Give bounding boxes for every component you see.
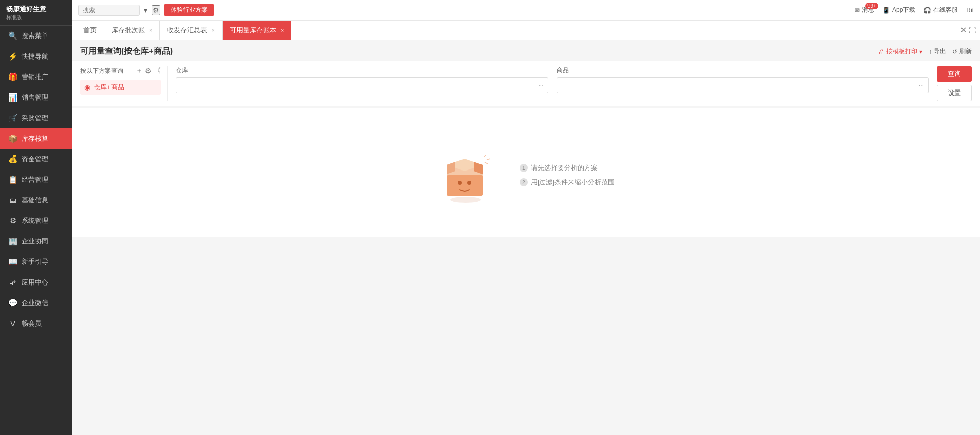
warehouse-more-icon[interactable]: ··· (538, 82, 543, 89)
scheme-item-warehouse-goods[interactable]: ◉ 仓库+商品 (80, 80, 161, 95)
purchase-icon: 🛒 (8, 114, 17, 123)
tab-close-batch-ledger[interactable]: × (149, 27, 152, 33)
sidebar-label-system: 系统管理 (22, 216, 48, 225)
svg-line-9 (487, 159, 490, 160)
dropdown-btn[interactable]: ▾ (144, 6, 147, 14)
query-scheme: 按以下方案查询 ＋ ⚙ 《 ◉ 仓库+商品 (80, 66, 168, 101)
message-icon: ✉ (855, 7, 860, 14)
marketing-icon: 🎁 (8, 72, 17, 82)
tab-receive-summary[interactable]: 收发存汇总表× (160, 21, 222, 40)
refresh-icon: ↺ (952, 48, 957, 55)
sidebar-label-member: 畅会员 (22, 319, 42, 328)
sidebar-item-sales[interactable]: 📊 销售管理 (0, 87, 72, 108)
svg-rect-2 (447, 175, 483, 196)
refresh-btn[interactable]: ↺ 刷新 (952, 47, 972, 56)
sidebar-label-operations: 经营管理 (22, 175, 48, 184)
app-name: 畅康通好生意 (6, 5, 66, 14)
wechat-icon: 💬 (8, 298, 17, 308)
collapse-scheme-btn[interactable]: 《 (154, 66, 161, 75)
sidebar-label-finance: 资金管理 (22, 155, 48, 164)
sidebar-label-purchase: 采购管理 (22, 114, 48, 123)
sidebar-item-marketing[interactable]: 🎁 营销推广 (0, 67, 72, 87)
tabs-bar: 首页库存批次账×收发存汇总表×可用量库存账本× ✕ ⛶ (72, 21, 980, 40)
sidebar-logo: 畅康通好生意 标准版 (0, 0, 72, 26)
tab-home[interactable]: 首页 (76, 21, 104, 40)
phone-icon: 📱 (882, 7, 890, 14)
svg-point-7 (467, 181, 471, 185)
tip-2: 2 用[过滤]条件来缩小分析范围 (520, 178, 615, 187)
close-tab-btn[interactable]: ✕ (960, 25, 967, 35)
goods-more-icon[interactable]: ··· (919, 82, 924, 89)
page-header: 可用量查询(按仓库+商品) 🖨 按模板打印 ▾ ↑ 导出 ↺ 刷新 (72, 40, 980, 61)
sidebar-label-inventory: 库存核算 (22, 134, 48, 143)
fullscreen-btn[interactable]: ⛶ (969, 26, 976, 34)
message-link[interactable]: ✉ 消息 99+ (855, 6, 874, 14)
warehouse-field: 仓库 ··· (176, 66, 548, 93)
tab-available-ledger[interactable]: 可用量库存账本× (223, 21, 291, 40)
sidebar-scroll: 🔍 搜索菜单 ⚡ 快捷导航 🎁 营销推广 📊 销售管理 🛒 采购管理 📦 库存核… (0, 26, 72, 435)
edit-scheme-btn[interactable]: ⚙ (145, 67, 152, 75)
warehouse-label: 仓库 (176, 66, 548, 75)
add-scheme-btn[interactable]: ＋ (136, 66, 143, 75)
sidebar-item-member[interactable]: V 畅会员 (0, 313, 72, 334)
tab-label-home: 首页 (83, 26, 97, 35)
topbar: ▾ ⚙ 体验行业方案 ✉ 消息 99+ 📱 App下载 🎧 在线客服 Rit (72, 0, 980, 21)
sidebar-item-enterprise[interactable]: 🏢 企业协同 (0, 231, 72, 252)
print-dropdown-icon[interactable]: ▾ (919, 48, 922, 55)
tip-text-1: 请先选择要分析的方案 (531, 163, 598, 173)
message-badge: 99+ (865, 3, 878, 9)
svg-point-0 (450, 197, 481, 203)
sidebar-item-basic[interactable]: 🗂 基础信息 (0, 190, 72, 211)
svg-point-6 (458, 181, 462, 185)
sidebar-item-operations[interactable]: 📋 经营管理 (0, 169, 72, 190)
sidebar-item-system[interactable]: ⚙ 系统管理 (0, 211, 72, 231)
sidebar-label-sales: 销售管理 (22, 93, 48, 102)
sidebar-item-inventory[interactable]: 📦 库存核算 (0, 128, 72, 149)
print-label: 按模板打印 (886, 47, 917, 56)
export-icon: ↑ (929, 48, 932, 55)
sidebar-item-finance[interactable]: 💰 资金管理 (0, 149, 72, 169)
search-input[interactable] (78, 5, 140, 16)
sidebar-label-basic: 基础信息 (22, 196, 48, 205)
print-btn[interactable]: 🖨 按模板打印 ▾ (878, 47, 922, 56)
tab-batch-ledger[interactable]: 库存批次账× (104, 21, 160, 40)
sidebar-item-search[interactable]: 🔍 搜索菜单 (0, 26, 72, 46)
svg-line-10 (485, 162, 488, 164)
online-service-link[interactable]: 🎧 在线客服 (923, 6, 958, 14)
settings-btn[interactable]: 设置 (937, 85, 972, 101)
empty-content: 1 请先选择要分析的方案 2 用[过滤]条件来缩小分析范围 (437, 149, 615, 206)
headset-icon: 🎧 (923, 7, 931, 14)
sales-icon: 📊 (8, 93, 17, 102)
sidebar-item-purchase[interactable]: 🛒 采购管理 (0, 108, 72, 128)
appstore-icon: 🛍 (8, 278, 17, 287)
print-icon: 🖨 (878, 48, 884, 55)
sidebar-label-marketing: 营销推广 (22, 72, 48, 82)
sidebar-item-wechat[interactable]: 💬 企业微信 (0, 293, 72, 313)
tab-close-receive-summary[interactable]: × (211, 27, 214, 33)
sidebar: 畅康通好生意 标准版 🔍 搜索菜单 ⚡ 快捷导航 🎁 营销推广 📊 销售管理 🛒… (0, 0, 72, 435)
sidebar-label-appstore: 应用中心 (22, 278, 48, 287)
app-download-link[interactable]: 📱 App下载 (882, 6, 915, 14)
username-display[interactable]: Rit (966, 7, 974, 14)
goods-label: 商品 (557, 66, 929, 75)
goods-field: 商品 ··· (557, 66, 929, 93)
scheme-icon-warehouse-goods: ◉ (84, 83, 90, 91)
settings-icon[interactable]: ⚙ (152, 5, 160, 15)
tab-label-batch-ledger: 库存批次账 (112, 26, 145, 35)
query-btn[interactable]: 查询 (937, 66, 972, 82)
trial-btn[interactable]: 体验行业方案 (164, 4, 214, 16)
sidebar-item-newbie[interactable]: 📖 新手引导 (0, 252, 72, 272)
tab-close-available-ledger[interactable]: × (281, 27, 284, 33)
sidebar-item-shortcut[interactable]: ⚡ 快捷导航 (0, 46, 72, 67)
export-btn[interactable]: ↑ 导出 (929, 47, 946, 56)
shortcut-icon: ⚡ (8, 52, 17, 61)
query-actions: 查询 设置 (937, 66, 972, 101)
tip-num-2: 2 (520, 178, 528, 186)
topbar-right: ✉ 消息 99+ 📱 App下载 🎧 在线客服 Rit (855, 6, 974, 14)
goods-input[interactable]: ··· (557, 77, 929, 93)
basic-icon: 🗂 (8, 196, 17, 204)
main-area: ▾ ⚙ 体验行业方案 ✉ 消息 99+ 📱 App下载 🎧 在线客服 Rit 首… (72, 0, 980, 435)
sidebar-item-appstore[interactable]: 🛍 应用中心 (0, 272, 72, 293)
sidebar-label-newbie: 新手引导 (22, 257, 48, 267)
warehouse-input[interactable]: ··· (176, 77, 548, 93)
